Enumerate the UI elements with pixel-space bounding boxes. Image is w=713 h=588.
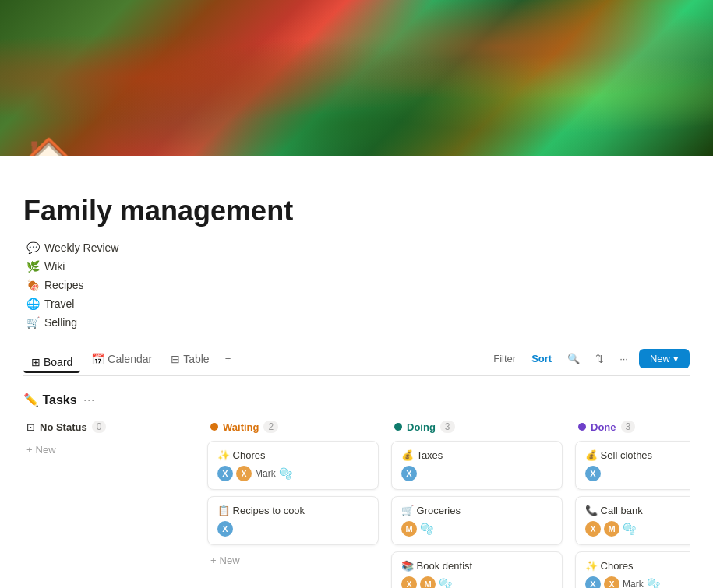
done-card-1[interactable]: 📞 Call bank X M 🫧	[575, 496, 690, 545]
board-container: ⊡ No Status 0 + New Waiting 2 ✨ Ch	[23, 421, 690, 588]
done-card-2-title: ✨ Chores	[585, 560, 690, 572]
page-icon: 🏠	[23, 139, 74, 156]
header-image: 🏠	[0, 0, 713, 156]
column-waiting: Waiting 2 ✨ Chores X X Mark 🫧 📋 Recipes …	[207, 421, 379, 588]
section-menu-button[interactable]: ···	[83, 392, 95, 408]
recipes-icon: 🍖	[26, 279, 40, 291]
search-button[interactable]: 🔍	[563, 350, 584, 368]
plus-icon-waiting: +	[210, 555, 217, 566]
bubble-emoji-doing-2: 🫧	[439, 578, 452, 588]
done-status-dot	[578, 423, 586, 431]
doing-status-dot	[394, 423, 402, 431]
weekly-review-icon: 💬	[26, 241, 40, 254]
sort-button[interactable]: Sort	[527, 350, 556, 368]
waiting-status-dot	[210, 423, 218, 431]
bubble-emoji-done-2: 🫧	[647, 578, 660, 588]
avatar-xin-1: X	[217, 521, 233, 537]
more-button[interactable]: ···	[615, 350, 633, 368]
nav-selling-label: Selling	[44, 316, 77, 329]
section-title: ✏️ Tasks	[23, 393, 77, 407]
waiting-card-0-title: ✨ Chores	[217, 449, 369, 461]
waiting-new-label: New	[220, 555, 240, 566]
chevron-down-icon: ▾	[673, 353, 679, 364]
no-status-count: 0	[92, 421, 107, 433]
board-icon: ⊞	[31, 356, 41, 368]
mark-text-done: Mark	[623, 579, 644, 588]
table-icon: ⊟	[171, 353, 180, 365]
avatar-mark-x: X	[236, 466, 252, 481]
nav-recipes-label: Recipes	[44, 279, 84, 291]
doing-card-0-title: 💰 Taxes	[401, 449, 552, 461]
bubble-emoji-doing: 🫧	[420, 523, 433, 535]
tab-table-label: Table	[183, 353, 209, 365]
page-title: Family management	[23, 195, 690, 227]
avatar-xin: X	[217, 466, 233, 481]
column-done: Done 3 💰 Sell clothes X 📞 Call bank X M	[575, 421, 690, 588]
nav-wiki[interactable]: 🌿 Wiki	[23, 259, 690, 274]
nav-recipes[interactable]: 🍖 Recipes	[23, 277, 690, 293]
doing-card-2-title: 📚 Book dentist	[401, 560, 552, 572]
avatar-mark-doing-2: M	[420, 576, 436, 588]
column-waiting-header: Waiting 2	[207, 421, 379, 433]
waiting-card-1[interactable]: 📋 Recipes to cook X	[207, 496, 379, 545]
new-button[interactable]: New ▾	[639, 349, 690, 368]
tab-calendar[interactable]: 📅 Calendar	[83, 350, 160, 368]
column-no-status: ⊡ No Status 0 + New	[23, 421, 195, 588]
done-card-1-title: 📞 Call bank	[585, 505, 690, 516]
waiting-title: Waiting	[223, 421, 259, 433]
tab-board[interactable]: ⊞ Board	[23, 353, 80, 373]
travel-icon: 🌐	[26, 298, 40, 310]
no-status-icon: ⊡	[26, 421, 35, 433]
doing-count: 3	[440, 421, 455, 433]
nav-selling[interactable]: 🛒 Selling	[23, 315, 690, 330]
selling-icon: 🛒	[26, 316, 40, 329]
done-card-1-avatars: X M 🫧	[585, 521, 690, 537]
nav-travel-label: Travel	[44, 298, 74, 310]
done-card-2[interactable]: ✨ Chores X X Mark 🫧	[575, 551, 690, 588]
waiting-card-0[interactable]: ✨ Chores X X Mark 🫧	[207, 441, 379, 490]
doing-card-1[interactable]: 🛒 Groceries M 🫧	[391, 496, 563, 545]
waiting-add-new[interactable]: + New	[207, 551, 379, 569]
filter-button[interactable]: Filter	[489, 350, 521, 368]
doing-card-0-avatars: X	[401, 466, 552, 481]
doing-card-0[interactable]: 💰 Taxes X	[391, 441, 563, 490]
column-done-header: Done 3	[575, 421, 690, 433]
avatar-mark-doing: M	[401, 521, 417, 537]
doing-card-1-avatars: M 🫧	[401, 521, 552, 537]
tab-table[interactable]: ⊟ Table	[163, 350, 217, 368]
nav-wiki-label: Wiki	[44, 260, 65, 273]
done-card-0[interactable]: 💰 Sell clothes X	[575, 441, 690, 490]
layout-button[interactable]: ⇅	[591, 350, 609, 368]
waiting-card-0-avatars: X X Mark 🫧	[217, 466, 369, 481]
done-count: 3	[621, 421, 636, 433]
tab-calendar-label: Calendar	[108, 353, 152, 365]
add-view-button[interactable]: +	[221, 350, 236, 368]
column-doing-header: Doing 3	[391, 421, 563, 433]
nav-travel[interactable]: 🌐 Travel	[23, 296, 690, 312]
toolbar: ⊞ Board 📅 Calendar ⊟ Table + Filter Sort…	[23, 349, 690, 376]
done-card-2-avatars: X X Mark 🫧	[585, 576, 690, 588]
doing-card-2[interactable]: 📚 Book dentist X M 🫧	[391, 551, 563, 588]
section-header: ✏️ Tasks ···	[23, 392, 690, 408]
waiting-count: 2	[263, 421, 278, 433]
bubble-emoji-done: 🫧	[623, 523, 636, 535]
no-status-new-label: New	[36, 444, 56, 456]
no-status-title: No Status	[40, 421, 87, 433]
new-button-label: New	[650, 353, 670, 364]
waiting-card-1-avatars: X	[217, 521, 369, 537]
avatar-x-done: X	[585, 521, 601, 537]
nav-weekly-review-label: Weekly Review	[44, 241, 118, 254]
column-no-status-header: ⊡ No Status 0	[23, 421, 195, 433]
avatar-x-done-2: X	[604, 576, 619, 588]
nav-weekly-review[interactable]: 💬 Weekly Review	[23, 240, 690, 255]
wiki-icon: 🌿	[26, 260, 40, 273]
page-wrapper: 🏠 Family management 💬 Weekly Review 🌿 Wi…	[0, 0, 713, 588]
avatar-x-doing: X	[401, 576, 417, 588]
tab-board-label: Board	[44, 356, 72, 368]
waiting-card-1-title: 📋 Recipes to cook	[217, 505, 369, 516]
nav-links: 💬 Weekly Review 🌿 Wiki 🍖 Recipes 🌐 Trave…	[23, 240, 690, 330]
done-card-0-avatars: X	[585, 466, 690, 481]
no-status-add-new[interactable]: + New	[23, 441, 195, 459]
plus-icon-no-status: +	[26, 444, 33, 456]
done-title: Done	[591, 421, 616, 433]
